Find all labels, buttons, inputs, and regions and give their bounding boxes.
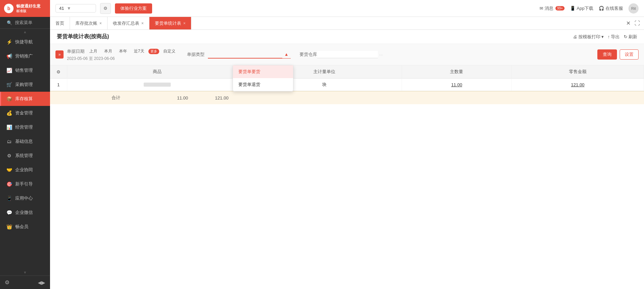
enterprise-icon: 🤝 — [6, 166, 13, 173]
messages-badge: 99+ — [555, 6, 565, 10]
filter-type-input[interactable] — [208, 51, 282, 58]
filter-type-chevron-icon[interactable]: ▲ — [282, 52, 291, 57]
sidebar-item-enterprise[interactable]: 🤝 企业协同 — [0, 163, 50, 177]
row-quantity: 11.00 — [402, 79, 511, 91]
messages-button[interactable]: ✉ 消息 99+ — [540, 5, 565, 12]
scroll-down-indicator: ▼ — [0, 269, 50, 275]
logo-text: 畅捷通好生意 标准版 — [16, 4, 41, 14]
system-icon: ⚙ — [6, 152, 13, 159]
messages-label: 消息 — [545, 5, 553, 12]
sidebar-item-finance[interactable]: 💰 资金管理 — [0, 106, 50, 120]
chevron-down-icon: ▼ — [67, 6, 71, 11]
warehouse-more-icon[interactable]: ··· — [379, 52, 383, 57]
dropdown-option-order-return[interactable]: 要货单退货 — [233, 78, 293, 91]
sidebar-nav: ⚡ 快捷导航 📢 营销推广 📈 销售管理 🛒 采购管理 📦 库存核算 💰 资金管… — [0, 35, 50, 269]
quick-nav-icon: ⚡ — [6, 39, 13, 45]
sales-icon: 📈 — [6, 67, 13, 74]
footer-quantity: 11.00 — [166, 95, 199, 101]
org-selector[interactable]: 41 ▼ — [55, 4, 96, 13]
sidebar-item-label: 企业微信 — [15, 209, 33, 216]
filter-tab-last-month[interactable]: 上月 — [87, 47, 100, 55]
page-content: 要货单统计表(按商品) 🖨 按模板打印 ▾ ↑ 导出 ↻ 刷新 — [50, 30, 644, 289]
user-avatar[interactable]: Rit — [628, 3, 639, 14]
app-download-button[interactable]: 📱 App下载 — [570, 5, 593, 12]
sidebar-item-purchase[interactable]: 🛒 采购管理 — [0, 77, 50, 92]
settings-button[interactable]: ⚙ — [100, 3, 111, 14]
filter-type-wrapper: ▲ — [208, 51, 291, 59]
tab-receive-summary[interactable]: 收发存汇总表 × — [108, 17, 149, 30]
base-icon: 🗂 — [6, 138, 13, 145]
sidebar-item-wechat[interactable]: 💬 企业微信 — [0, 205, 50, 220]
col-quantity-header: 主数量 — [402, 65, 511, 79]
refresh-icon: ↻ — [624, 34, 627, 39]
service-icon: 🎧 — [599, 6, 604, 11]
expand-icon: » — [58, 52, 61, 57]
sidebar-item-operations[interactable]: 📊 经营管理 — [0, 120, 50, 134]
product-name-placeholder — [144, 83, 171, 87]
filter-tab-custom[interactable]: 自定义 — [161, 47, 178, 55]
filter-tab-more[interactable]: 更多 — [148, 49, 159, 54]
trial-button[interactable]: 体验行业方案 — [115, 3, 152, 14]
sidebar-item-quick-nav[interactable]: ⚡ 快捷导航 — [0, 35, 50, 49]
logo-icon: b — [4, 4, 14, 13]
tab-home[interactable]: 首页 — [50, 17, 70, 30]
settings-filter-button[interactable]: 设置 — [620, 49, 639, 60]
row-amount: 121.00 — [511, 79, 644, 91]
topbar: 41 ▼ ⚙ 体验行业方案 ✉ 消息 99+ 📱 App下载 🎧 在线客服 — [50, 0, 644, 17]
filter-expand-button[interactable]: » — [55, 50, 64, 59]
sidebar-item-label: 系统管理 — [15, 153, 33, 159]
topbar-right: ✉ 消息 99+ 📱 App下载 🎧 在线客服 Rit — [540, 3, 639, 14]
tab-receive-summary-label: 收发存汇总表 — [113, 20, 139, 26]
filter-tab-7days[interactable]: 近7天 — [131, 47, 147, 55]
search-menu[interactable]: 🔍 搜索菜单 — [0, 17, 50, 29]
col-product-header: 商品 — [67, 65, 247, 79]
export-button[interactable]: ↑ 导出 — [608, 34, 620, 40]
print-button[interactable]: 🖨 按模板打印 ▾ — [573, 34, 604, 40]
refresh-button[interactable]: ↻ 刷新 — [624, 34, 637, 40]
filter-warehouse-input[interactable] — [317, 51, 378, 58]
sidebar-item-label: 经营管理 — [15, 124, 33, 130]
guide-icon: 🎯 — [6, 181, 13, 187]
tab-batch-account[interactable]: 库存批次账 × — [70, 17, 108, 30]
filter-tab-this-month[interactable]: 本月 — [101, 47, 115, 55]
app-download-label: App下载 — [577, 5, 593, 12]
tab-batch-account-close[interactable]: × — [99, 21, 102, 26]
maximize-icon[interactable]: ⛶ — [633, 19, 641, 28]
sidebar-item-label: 快捷导航 — [15, 39, 33, 45]
sidebar-toggle-icon[interactable]: ◀▶ — [38, 280, 45, 285]
warehouse-label: 要货仓库 — [300, 51, 317, 58]
finance-icon: 💰 — [6, 110, 13, 116]
sidebar-item-appstore[interactable]: 📱 应用中心 — [0, 191, 50, 205]
type-dropdown: 要货单要货 要货单退货 — [233, 65, 293, 91]
sidebar-item-system[interactable]: ⚙ 系统管理 — [0, 149, 50, 163]
page-header: 要货单统计表(按商品) 🖨 按模板打印 ▾ ↑ 导出 ↻ 刷新 — [50, 30, 644, 44]
query-button[interactable]: 查询 — [597, 49, 617, 60]
inventory-icon: 📦 — [6, 95, 13, 102]
footer-label: 合计 — [112, 95, 139, 101]
export-icon: ↑ — [608, 34, 610, 39]
col-settings-header[interactable]: ⚙ — [50, 65, 67, 79]
col-amount-header: 零售金额 — [511, 65, 644, 79]
sidebar-item-label: 营销推广 — [15, 53, 33, 59]
sidebar-item-inventory[interactable]: 📦 库存核算 — [0, 92, 50, 106]
sidebar-item-label: 企业协同 — [15, 167, 33, 173]
sidebar-item-guide[interactable]: 🎯 新手引导 — [0, 177, 50, 191]
tab-home-label: 首页 — [55, 20, 64, 26]
online-service-label: 在线客服 — [605, 5, 623, 12]
sidebar-item-sales[interactable]: 📈 销售管理 — [0, 63, 50, 77]
sidebar-item-marketing[interactable]: 📢 营销推广 — [0, 49, 50, 63]
sidebar-item-member[interactable]: 👑 畅会员 — [0, 220, 50, 234]
sidebar-item-label: 基础信息 — [15, 138, 33, 144]
online-service-button[interactable]: 🎧 在线客服 — [599, 5, 623, 12]
tab-order-summary[interactable]: 要货单统计表 × — [149, 17, 191, 30]
dropdown-option-order-goods[interactable]: 要货单要货 — [233, 65, 293, 78]
tab-receive-summary-close[interactable]: × — [141, 21, 144, 26]
tab-order-summary-label: 要货单统计表 — [155, 20, 181, 26]
close-all-icon[interactable]: ✕ — [625, 19, 632, 28]
filter-tab-this-year[interactable]: 本年 — [116, 47, 130, 55]
filter-date-range: 2023-05-06 至 2023-06-06 — [67, 56, 178, 62]
tab-order-summary-close[interactable]: × — [183, 21, 186, 26]
filter-warehouse: 要货仓库 ··· — [300, 51, 383, 58]
settings-icon[interactable]: ⚙ — [5, 279, 9, 286]
sidebar-item-base[interactable]: 🗂 基础信息 — [0, 134, 50, 149]
